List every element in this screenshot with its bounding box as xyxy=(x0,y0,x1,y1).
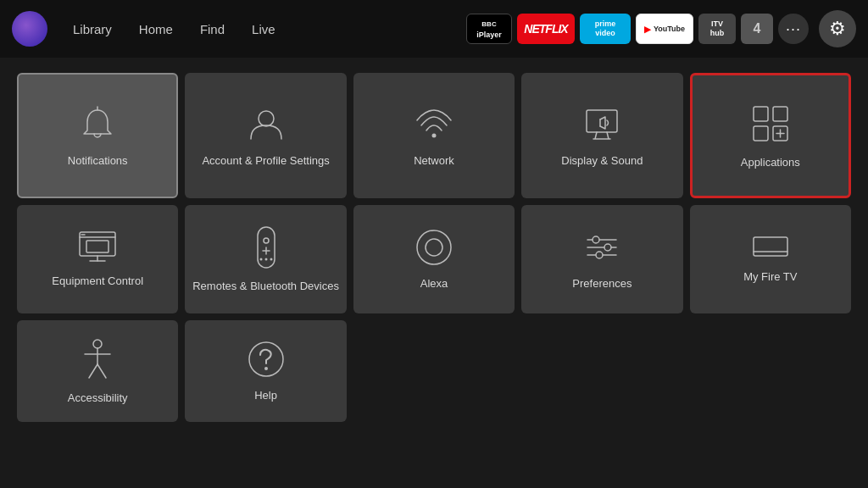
tile-equipment-label: Equipment Control xyxy=(47,274,148,289)
tile-notifications[interactable]: Notifications xyxy=(17,73,178,198)
nav-library[interactable]: Library xyxy=(61,17,124,42)
svg-point-34 xyxy=(93,340,102,348)
svg-rect-7 xyxy=(754,126,768,141)
tile-accessibility[interactable]: Accessibility xyxy=(17,320,178,422)
nav-home[interactable]: Home xyxy=(127,17,185,42)
top-nav: Library Home Find Live BBC iPlayer NETFL… xyxy=(0,0,868,58)
tile-help-label: Help xyxy=(249,389,282,403)
tile-myfiretv[interactable]: My Fire TV xyxy=(690,205,851,313)
svg-rect-32 xyxy=(754,237,787,256)
tile-accessibility-label: Accessibility xyxy=(63,391,133,406)
monitor-icon xyxy=(581,103,622,147)
more-apps-button[interactable]: ··· xyxy=(778,14,809,44)
tile-remotes[interactable]: Remotes & Bluetooth Devices xyxy=(185,205,346,313)
tile-preferences-label: Preferences xyxy=(567,277,637,291)
svg-point-1 xyxy=(259,111,274,126)
svg-rect-13 xyxy=(86,241,108,252)
tile-equipment[interactable]: Equipment Control xyxy=(17,205,178,313)
app-bbc-iplayer[interactable]: BBC iPlayer xyxy=(466,14,512,44)
svg-rect-3 xyxy=(587,110,617,132)
tile-display-label: Display & Sound xyxy=(556,154,648,169)
bell-icon xyxy=(77,103,118,147)
firetv-icon xyxy=(751,235,790,263)
empty-cell-2 xyxy=(521,320,682,422)
tile-alexa[interactable]: Alexa xyxy=(353,205,515,313)
nav-find[interactable]: Find xyxy=(188,17,236,42)
person-icon xyxy=(246,103,287,147)
svg-point-25 xyxy=(426,239,442,256)
tile-alexa-label: Alexa xyxy=(415,277,453,291)
svg-point-23 xyxy=(270,258,272,260)
tile-display[interactable]: Display & Sound xyxy=(521,73,682,198)
empty-cell-3 xyxy=(690,320,851,422)
tile-network-label: Network xyxy=(409,154,459,169)
app-icons: BBC iPlayer NETFLIX primevideo ▶ YouTube… xyxy=(466,10,856,47)
alexa-icon xyxy=(415,228,453,270)
avatar[interactable] xyxy=(12,11,47,47)
person-accessible-icon xyxy=(78,337,117,385)
remote-icon xyxy=(251,225,281,273)
settings-grid: Notifications Account & Profile Settings xyxy=(0,58,868,430)
app-netflix[interactable]: NETFLIX xyxy=(517,14,575,44)
settings-button[interactable]: ⚙ xyxy=(819,10,856,47)
svg-line-37 xyxy=(89,364,97,378)
svg-point-21 xyxy=(259,258,262,260)
svg-point-40 xyxy=(264,367,268,370)
svg-point-29 xyxy=(593,236,599,243)
empty-cell-1 xyxy=(353,320,515,422)
app-youtube[interactable]: ▶ YouTube xyxy=(636,14,693,44)
tv-icon xyxy=(78,230,117,268)
app-itv[interactable]: ITVhub xyxy=(698,14,736,44)
svg-point-18 xyxy=(264,238,269,243)
apps-icon xyxy=(748,102,793,149)
svg-point-30 xyxy=(604,244,611,251)
tile-account[interactable]: Account & Profile Settings xyxy=(185,73,346,198)
app-prime-video[interactable]: primevideo xyxy=(580,14,631,44)
tile-applications[interactable]: Applications xyxy=(690,73,851,198)
tile-network[interactable]: Network xyxy=(353,73,515,198)
tile-remotes-label: Remotes & Bluetooth Devices xyxy=(187,280,344,294)
svg-point-22 xyxy=(264,258,267,260)
svg-line-38 xyxy=(97,364,106,378)
grid-row-3: Accessibility Help xyxy=(17,320,851,422)
svg-rect-5 xyxy=(754,107,768,121)
nav-links: Library Home Find Live xyxy=(61,17,287,42)
sliders-icon xyxy=(582,228,621,270)
grid-row-1: Notifications Account & Profile Settings xyxy=(17,73,851,198)
grid-row-2: Equipment Control Remotes & Bluetooth De… xyxy=(17,205,851,313)
tile-help[interactable]: Help xyxy=(185,320,346,422)
tile-preferences[interactable]: Preferences xyxy=(521,205,682,313)
svg-point-31 xyxy=(596,252,603,258)
app-channel4[interactable]: 4 xyxy=(741,14,773,44)
help-icon xyxy=(247,340,286,382)
svg-rect-6 xyxy=(773,107,787,121)
tile-myfiretv-label: My Fire TV xyxy=(738,270,802,285)
svg-point-24 xyxy=(417,230,451,264)
tile-notifications-label: Notifications xyxy=(63,154,133,169)
svg-point-2 xyxy=(431,133,436,137)
tile-account-label: Account & Profile Settings xyxy=(197,154,334,169)
tile-applications-label: Applications xyxy=(736,156,805,170)
wifi-icon xyxy=(414,103,454,147)
nav-live[interactable]: Live xyxy=(240,17,287,42)
